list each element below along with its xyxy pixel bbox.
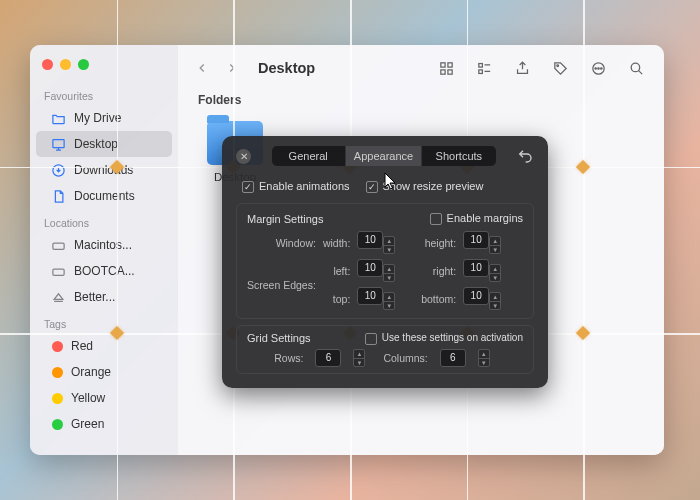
tab-appearance[interactable]: Appearance <box>346 146 422 166</box>
sidebar-item-label: Orange <box>71 365 111 379</box>
drive-icon <box>50 237 66 253</box>
tags-label: Tags <box>30 310 178 333</box>
back-button[interactable] <box>192 58 212 78</box>
tag-dot-icon <box>52 367 63 378</box>
sidebar-item-label: Better... <box>74 290 115 304</box>
checkbox-icon[interactable] <box>242 181 254 193</box>
sidebar-tag-green[interactable]: Green <box>36 411 172 437</box>
preferences-panel: ✕ General Appearance Shortcuts Enable an… <box>222 136 548 388</box>
cols-input[interactable]: 6 <box>440 349 466 367</box>
tag-button[interactable] <box>546 57 574 79</box>
traffic-lights <box>30 55 178 82</box>
close-dot[interactable] <box>42 59 53 70</box>
stepper[interactable]: ▲▼ <box>489 236 501 254</box>
group-button[interactable] <box>470 57 498 79</box>
sidebar-item-label: Green <box>71 417 104 431</box>
sidebar-tag-yellow[interactable]: Yellow <box>36 385 172 411</box>
finder-sidebar: Favourites My Drive Desktop Downloads Do… <box>30 45 178 455</box>
stepper[interactable]: ▲▼ <box>383 292 395 310</box>
tag-dot-icon <box>52 393 63 404</box>
sidebar-item-bootcamp[interactable]: BOOTCA... <box>36 258 172 284</box>
use-on-activation-option[interactable]: Use these settings on activation <box>365 332 523 344</box>
sidebar-tag-orange[interactable]: Orange <box>36 359 172 385</box>
folder-icon <box>50 110 66 126</box>
sidebar-item-label: My Drive <box>74 111 121 125</box>
action-button[interactable] <box>584 57 612 79</box>
stepper[interactable]: ▲▼ <box>383 236 395 254</box>
favourites-label: Favourites <box>30 82 178 105</box>
stepper[interactable]: ▲▼ <box>353 349 365 367</box>
finder-toolbar: Desktop <box>178 45 664 91</box>
sidebar-item-label: Downloads <box>74 163 133 177</box>
minimize-dot[interactable] <box>60 59 71 70</box>
edges-label: Screen Edges: <box>247 279 319 291</box>
group-title: Grid Settings <box>247 332 311 344</box>
svg-point-13 <box>594 67 595 68</box>
sidebar-item-downloads[interactable]: Downloads <box>36 157 172 183</box>
page-title: Desktop <box>258 60 315 76</box>
close-icon[interactable]: ✕ <box>236 149 251 164</box>
sidebar-item-label: Macintos... <box>74 238 132 252</box>
svg-point-14 <box>600 67 601 68</box>
sidebar-item-desktop[interactable]: Desktop <box>36 131 172 157</box>
undo-icon[interactable] <box>516 147 534 165</box>
svg-rect-3 <box>52 269 63 275</box>
show-resize-preview-option[interactable]: Show resize preview <box>366 180 484 193</box>
sidebar-item-documents[interactable]: Documents <box>36 183 172 209</box>
option-label: Show resize preview <box>383 180 484 192</box>
height-label: height: <box>421 237 459 249</box>
left-input[interactable]: 10 <box>357 259 383 277</box>
checkbox-icon[interactable] <box>430 213 442 225</box>
sidebar-item-label: BOOTCA... <box>74 264 135 278</box>
rows-label: Rows: <box>274 352 303 364</box>
sidebar-item-mydrive[interactable]: My Drive <box>36 105 172 131</box>
section-header: Folders <box>178 91 664 115</box>
search-button[interactable] <box>622 57 650 79</box>
desktop-icon <box>50 136 66 152</box>
checkbox-icon[interactable] <box>366 181 378 193</box>
width-input[interactable]: 10 <box>357 231 383 249</box>
sidebar-item-macintosh[interactable]: Macintos... <box>36 232 172 258</box>
right-input[interactable]: 10 <box>463 259 489 277</box>
prefs-tabs: General Appearance Shortcuts <box>272 146 496 166</box>
zoom-dot[interactable] <box>78 59 89 70</box>
share-button[interactable] <box>508 57 536 79</box>
window-label: Window: <box>247 237 319 249</box>
locations-label: Locations <box>30 209 178 232</box>
svg-point-15 <box>631 63 640 72</box>
right-label: right: <box>421 265 459 277</box>
prefs-header: ✕ General Appearance Shortcuts <box>236 146 534 166</box>
svg-rect-9 <box>478 69 482 73</box>
sidebar-item-label: Desktop <box>74 137 118 151</box>
drive-icon <box>50 263 66 279</box>
sidebar-item-better[interactable]: Better... <box>36 284 172 310</box>
height-input[interactable]: 10 <box>463 231 489 249</box>
svg-rect-0 <box>52 139 63 147</box>
enable-margins-option[interactable]: Enable margins <box>430 212 523 225</box>
enable-animations-option[interactable]: Enable animations <box>242 180 350 193</box>
rows-input[interactable]: 6 <box>315 349 341 367</box>
downloads-icon <box>50 162 66 178</box>
cols-label: Columns: <box>383 352 427 364</box>
stepper[interactable]: ▲▼ <box>478 349 490 367</box>
svg-rect-4 <box>440 62 444 66</box>
view-icon-button[interactable] <box>432 57 460 79</box>
forward-button[interactable] <box>222 58 242 78</box>
bottom-input[interactable]: 10 <box>463 287 489 305</box>
width-label: width: <box>323 237 353 249</box>
tab-general[interactable]: General <box>272 146 346 166</box>
sidebar-item-label: Documents <box>74 189 135 203</box>
stepper[interactable]: ▲▼ <box>383 264 395 282</box>
svg-point-10 <box>556 64 558 66</box>
top-input[interactable]: 10 <box>357 287 383 305</box>
grid-settings-group: Grid Settings Use these settings on acti… <box>236 325 534 373</box>
checkbox-icon[interactable] <box>365 333 377 345</box>
svg-rect-2 <box>52 243 63 249</box>
sidebar-tag-red[interactable]: Red <box>36 333 172 359</box>
tab-shortcuts[interactable]: Shortcuts <box>422 146 495 166</box>
stepper[interactable]: ▲▼ <box>489 264 501 282</box>
option-label: Use these settings on activation <box>382 332 523 343</box>
svg-rect-6 <box>440 69 444 73</box>
stepper[interactable]: ▲▼ <box>489 292 501 310</box>
option-label: Enable margins <box>447 212 523 224</box>
